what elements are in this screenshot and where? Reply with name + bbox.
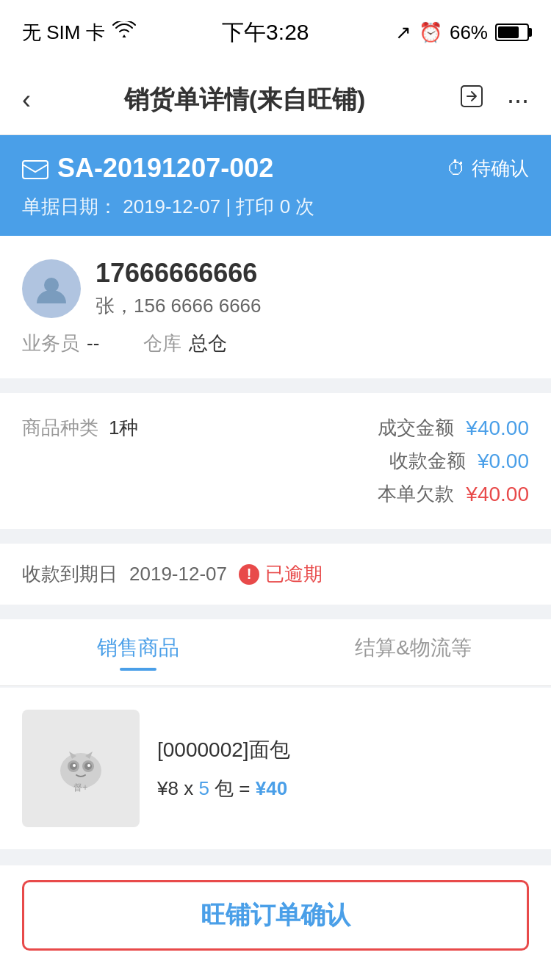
equals-sign: =: [239, 777, 250, 799]
salesman-value: --: [87, 332, 99, 355]
receipt-amount-label: 收款金额: [389, 448, 466, 474]
battery-icon: [495, 24, 529, 41]
tab-indicator-products: [120, 668, 156, 671]
order-icon: [22, 155, 48, 181]
product-unit: 包: [215, 777, 234, 799]
customer-avatar: [22, 259, 81, 318]
receipt-amount-row: 收款金额 ¥0.00: [389, 448, 529, 474]
customer-info-row: 17666666666 张，156 6666 6666: [22, 258, 529, 319]
customer-meta: 业务员 -- 仓库 总仓: [22, 331, 529, 356]
arrears-row: 本单欠款 ¥40.00: [378, 481, 529, 507]
arrears-label: 本单欠款: [378, 481, 454, 507]
customer-card: 17666666666 张，156 6666 6666 业务员 -- 仓库 总仓: [0, 236, 551, 378]
tab-bar: 销售商品 结算&物流等: [0, 619, 551, 686]
svg-point-9: [87, 764, 90, 767]
print-suffix: 次: [295, 195, 314, 217]
print-count: 0: [280, 195, 290, 217]
order-status: ⏱ 待确认: [447, 156, 529, 181]
share-icon[interactable]: [458, 83, 485, 116]
order-id: SA-20191207-002: [22, 153, 273, 184]
wifi-icon: [112, 21, 136, 44]
more-icon[interactable]: ···: [507, 84, 529, 115]
summary-left: 商品种类 1种: [22, 415, 138, 441]
warehouse-label: 仓库: [143, 331, 181, 356]
summary-right: 成交金额 ¥40.00 收款金额 ¥0.00 本单欠款 ¥40.00: [378, 415, 529, 507]
order-date-row: 单据日期： 2019-12-07 | 打印 0 次: [22, 194, 529, 220]
product-type-value: 1种: [109, 415, 138, 441]
alarm-icon: ⏰: [419, 21, 442, 44]
overdue-text: 已逾期: [265, 561, 323, 587]
tab-settlement-label: 结算&物流等: [355, 634, 472, 662]
deal-amount-value: ¥40.00: [466, 417, 529, 440]
order-status-text: 待确认: [472, 156, 529, 181]
product-total: ¥40: [256, 777, 287, 799]
receipt-amount-value: ¥0.00: [478, 450, 529, 473]
svg-text:督+: 督+: [73, 782, 87, 793]
deal-amount-label: 成交金额: [378, 415, 454, 441]
product-thumbnail: 督+: [22, 710, 140, 827]
order-date: 2019-12-07: [123, 195, 220, 217]
salesman-label: 业务员: [22, 331, 79, 356]
summary-card: 商品种类 1种 成交金额 ¥40.00 收款金额 ¥0.00 本单欠款 ¥40.…: [0, 393, 551, 529]
location-icon: ↗: [395, 21, 411, 44]
tab-indicator-settlement: [395, 668, 432, 671]
tab-sales-label: 销售商品: [97, 634, 179, 662]
print-label: | 打印: [226, 195, 279, 217]
nav-actions: ···: [458, 83, 529, 116]
carrier-text: 无 SIM 卡: [22, 20, 105, 46]
svg-point-8: [73, 764, 76, 767]
battery-percent: 66%: [450, 21, 488, 44]
tab-sales-products[interactable]: 销售商品: [0, 619, 276, 685]
product-price-row: ¥8 x 5 包 = ¥40: [157, 776, 529, 801]
status-right: ↗ ⏰ 66%: [395, 21, 529, 44]
back-button[interactable]: ‹: [22, 84, 31, 115]
warehouse-item: 仓库 总仓: [143, 331, 227, 356]
product-name: [0000002]面包: [157, 736, 529, 764]
product-card: 督+ [0000002]面包 ¥8 x 5 包 = ¥40: [0, 688, 551, 849]
summary-row: 商品种类 1种 成交金额 ¥40.00 收款金额 ¥0.00 本单欠款 ¥40.…: [22, 415, 529, 507]
customer-name: 张，156 6666 6666: [96, 293, 262, 319]
customer-phone: 17666666666: [96, 258, 262, 289]
date-label: 单据日期：: [22, 195, 118, 217]
deal-amount-row: 成交金额 ¥40.00: [378, 415, 529, 441]
nav-bar: ‹ 销货单详情(来自旺铺) ···: [0, 65, 551, 135]
due-date-value: 2019-12-07: [129, 563, 227, 586]
page-title: 销货单详情(来自旺铺): [124, 83, 366, 117]
tab-settlement[interactable]: 结算&物流等: [276, 619, 551, 685]
due-date-label: 收款到期日: [22, 561, 118, 587]
status-bar: 无 SIM 卡 下午3:28 ↗ ⏰ 66%: [0, 0, 551, 65]
arrears-value: ¥40.00: [466, 483, 529, 506]
product-quantity: 5: [198, 777, 209, 799]
status-left: 无 SIM 卡: [22, 20, 136, 46]
order-header-card: SA-20191207-002 ⏱ 待确认 单据日期： 2019-12-07 |…: [0, 135, 551, 236]
order-id-row: SA-20191207-002 ⏱ 待确认: [22, 153, 529, 184]
status-clock-icon: ⏱: [447, 157, 466, 180]
overdue-badge: ! 已逾期: [239, 561, 323, 587]
order-id-text: SA-20191207-002: [57, 153, 273, 184]
time-display: 下午3:28: [222, 18, 309, 48]
bottom-bar: 旺铺订单确认: [0, 865, 551, 980]
customer-details: 17666666666 张，156 6666 6666: [96, 258, 262, 319]
salesman-item: 业务员 --: [22, 331, 99, 356]
due-date-card: 收款到期日 2019-12-07 ! 已逾期: [0, 544, 551, 605]
product-info: [0000002]面包 ¥8 x 5 包 = ¥40: [157, 736, 529, 801]
page-wrapper: 无 SIM 卡 下午3:28 ↗ ⏰ 66% ‹ 销货单详情(来自旺铺): [0, 0, 551, 980]
svg-rect-1: [23, 161, 48, 179]
product-price: ¥8 x: [157, 777, 193, 799]
confirm-order-button[interactable]: 旺铺订单确认: [22, 880, 529, 951]
warehouse-value: 总仓: [189, 331, 227, 356]
overdue-icon: !: [239, 564, 259, 585]
product-type-label: 商品种类: [22, 415, 98, 441]
